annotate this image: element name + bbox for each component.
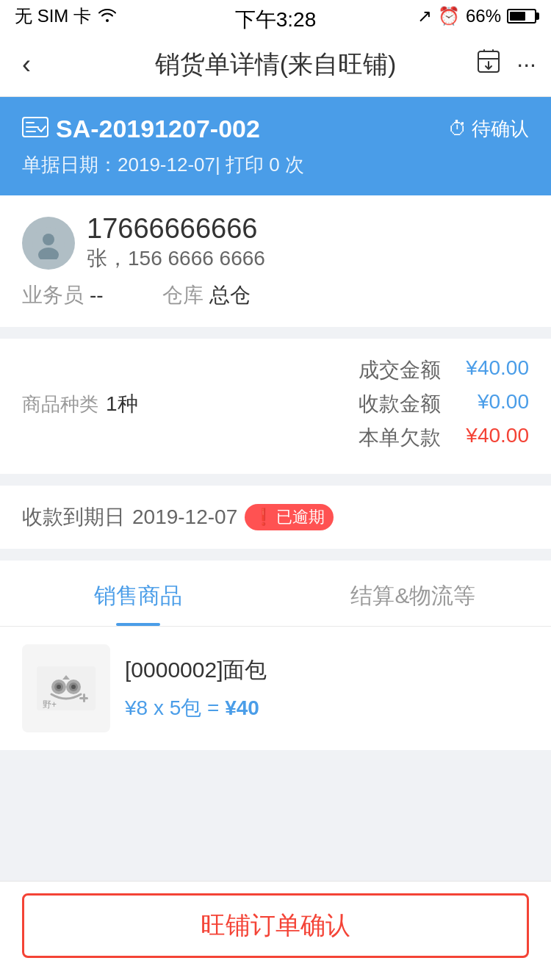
customer-name: 张，156 6666 6666 xyxy=(87,245,265,273)
price-equals: = xyxy=(201,696,225,719)
carrier-text: 无 SIM 卡 xyxy=(15,4,91,28)
product-type-label: 商品种类 xyxy=(22,392,98,417)
amount-row-3: 本单欠款 ¥40.00 xyxy=(359,424,529,452)
bottom-bar: 旺铺订单确认 xyxy=(0,881,551,980)
customer-phone: 17666666666 xyxy=(87,213,265,245)
location-icon: ↗ xyxy=(417,6,432,26)
amount-label-2: 收款金额 xyxy=(359,390,441,418)
order-number: SA-20191207-002 xyxy=(22,115,260,143)
salesperson-label: 业务员 xyxy=(22,281,84,309)
product-item: 野+ [0000002]面包 ¥8 x 5包 = ¥40 xyxy=(22,644,529,732)
price-total: ¥40 xyxy=(225,696,259,719)
nav-title: 销货单详情(来自旺铺) xyxy=(155,48,397,82)
product-section: 野+ [0000002]面包 ¥8 x 5包 = ¥40 xyxy=(0,627,551,750)
tab-products[interactable]: 销售商品 xyxy=(0,561,276,626)
status-clock-icon: ⏱ xyxy=(448,118,467,140)
summary-left: 商品种类 1种 xyxy=(22,390,138,418)
product-info: [0000002]面包 ¥8 x 5包 = ¥40 xyxy=(125,655,529,722)
order-header-top: SA-20191207-002 ⏱ 待确认 xyxy=(22,115,529,143)
warehouse-value: 总仓 xyxy=(209,281,251,309)
amount-value-3: ¥40.00 xyxy=(455,424,529,452)
export-button[interactable] xyxy=(475,48,502,81)
overdue-badge: ❗ 已逾期 xyxy=(245,504,334,530)
amount-value-2: ¥0.00 xyxy=(455,390,529,418)
summary-row: 商品种类 1种 成交金额 ¥40.00 收款金额 ¥0.00 本单欠款 ¥40.… xyxy=(22,356,529,452)
status-bar: 无 SIM 卡 下午3:28 ↗ ⏰ 66% xyxy=(0,0,551,32)
more-button[interactable]: ··· xyxy=(516,51,536,78)
customer-meta: 业务员 -- 仓库 总仓 xyxy=(22,281,529,309)
svg-rect-13 xyxy=(83,693,85,702)
svg-point-3 xyxy=(43,234,54,245)
tabs-header: 销售商品 结算&物流等 xyxy=(0,561,551,627)
back-button[interactable]: ‹ xyxy=(15,42,38,87)
customer-top: 17666666666 张，156 6666 6666 xyxy=(22,213,529,273)
order-date: 单据日期：2019-12-07| 打印 0 次 xyxy=(22,152,529,178)
order-status: ⏱ 待确认 xyxy=(448,116,529,142)
product-price: ¥8 x 5包 = ¥40 xyxy=(125,694,529,722)
amount-label-3: 本单欠款 xyxy=(359,424,441,452)
battery-icon xyxy=(507,9,536,24)
svg-point-10 xyxy=(57,685,61,689)
status-right: ↗ ⏰ 66% xyxy=(417,6,536,26)
amount-value-1: ¥40.00 xyxy=(455,356,529,384)
battery-text: 66% xyxy=(466,6,501,26)
wifi-icon xyxy=(97,6,118,26)
alarm-icon: ⏰ xyxy=(438,6,460,26)
customer-info: 17666666666 张，156 6666 6666 xyxy=(87,213,265,273)
nav-actions: ··· xyxy=(475,48,536,81)
confirm-button[interactable]: 旺铺订单确认 xyxy=(22,893,529,958)
nav-bar: ‹ 销货单详情(来自旺铺) ··· xyxy=(0,32,551,97)
due-section: 收款到期日 2019-12-07 ❗ 已逾期 xyxy=(0,486,551,549)
summary-amounts: 成交金额 ¥40.00 收款金额 ¥0.00 本单欠款 ¥40.00 xyxy=(359,356,529,452)
amount-label-1: 成交金额 xyxy=(359,356,441,384)
overdue-text: 已逾期 xyxy=(276,506,325,528)
tabs-section: 销售商品 结算&物流等 xyxy=(0,561,551,627)
summary-section: 商品种类 1种 成交金额 ¥40.00 收款金额 ¥0.00 本单欠款 ¥40.… xyxy=(0,339,551,474)
svg-point-11 xyxy=(71,685,76,689)
amount-row-2: 收款金额 ¥0.00 xyxy=(359,390,529,418)
warehouse-label: 仓库 xyxy=(162,281,204,309)
price-text: ¥8 x xyxy=(125,696,170,719)
customer-section: 17666666666 张，156 6666 6666 业务员 -- 仓库 总仓 xyxy=(0,195,551,327)
tab-settlement[interactable]: 结算&物流等 xyxy=(276,561,551,626)
price-quantity: 5包 xyxy=(170,696,202,719)
product-thumbnail: 野+ xyxy=(22,644,110,732)
status-left: 无 SIM 卡 xyxy=(15,4,118,28)
product-name: [0000002]面包 xyxy=(125,655,529,685)
svg-text:野+: 野+ xyxy=(43,699,57,710)
overdue-icon: ❗ xyxy=(253,508,273,527)
salesperson-value: -- xyxy=(90,284,104,307)
due-label: 收款到期日 xyxy=(22,503,125,531)
status-time: 下午3:28 xyxy=(235,6,317,34)
order-header: SA-20191207-002 ⏱ 待确认 单据日期：2019-12-07| 打… xyxy=(0,97,551,195)
avatar xyxy=(22,217,75,270)
product-type-value: 1种 xyxy=(106,390,138,418)
order-icon xyxy=(22,115,48,143)
amount-row-1: 成交金额 ¥40.00 xyxy=(359,356,529,384)
due-date: 2019-12-07 xyxy=(132,505,237,529)
